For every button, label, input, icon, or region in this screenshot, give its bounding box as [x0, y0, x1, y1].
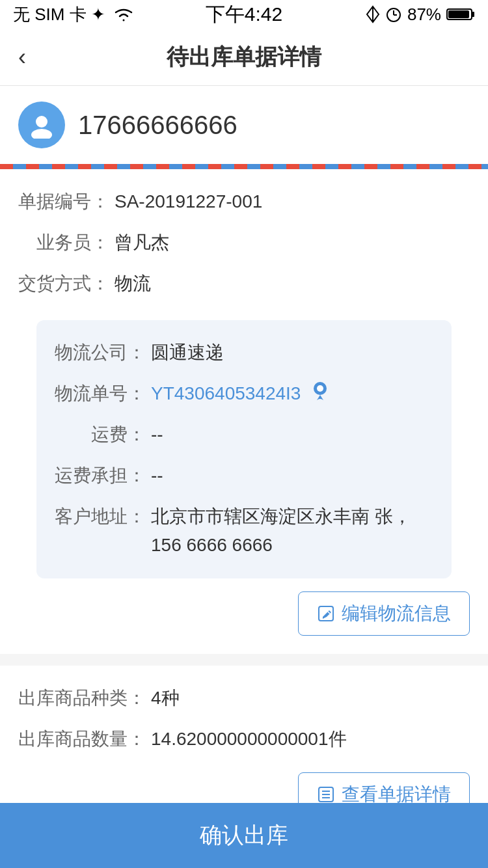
edit-logistics-button[interactable]: 编辑物流信息	[298, 591, 470, 636]
outbound-quantity-value: 14.620000000000001件	[151, 725, 347, 754]
logistics-card-wrapper: 物流公司： 圆通速递 物流单号： YT43064053424I3 运费： -- …	[0, 298, 488, 591]
address-row: 客户地址： 北京市市辖区海淀区永丰南 张，156 6666 6666	[55, 502, 433, 561]
logistics-company-value: 圆通速递	[151, 338, 224, 368]
freight-value: --	[151, 420, 163, 450]
salesperson-value: 曾凡杰	[115, 228, 169, 258]
list-icon	[317, 785, 335, 804]
status-left: 无 SIM 卡 ✦	[13, 3, 135, 26]
salesperson-label: 业务员：	[18, 228, 109, 258]
outbound-info-section: 出库商品种类： 4种 出库商品数量： 14.620000000000001件	[0, 666, 488, 754]
freight-label: 运费：	[55, 420, 146, 450]
svg-rect-5	[472, 12, 474, 17]
freight-bearer-value: --	[151, 461, 163, 491]
delivery-method-row: 交货方式： 物流	[18, 269, 470, 299]
map-pin-icon[interactable]	[308, 379, 332, 403]
status-bar: 无 SIM 卡 ✦ 下午4:42 87%	[0, 0, 488, 29]
confirm-outbound-button[interactable]: 确认出库	[0, 803, 488, 868]
status-right: 87%	[366, 5, 475, 25]
svg-rect-6	[448, 10, 469, 18]
battery-icon	[446, 7, 475, 21]
confirm-outbound-label: 确认出库	[200, 821, 288, 850]
outbound-type-label: 出库商品种类：	[18, 684, 146, 713]
alarm-icon	[385, 5, 402, 23]
dashed-divider	[0, 164, 488, 169]
freight-row: 运费： --	[55, 420, 433, 450]
edit-logistics-section: 编辑物流信息	[0, 591, 488, 654]
logistics-company-label: 物流公司：	[55, 338, 146, 368]
svg-point-8	[31, 129, 52, 139]
outbound-quantity-row: 出库商品数量： 14.620000000000001件	[18, 725, 470, 754]
tracking-number-row: 物流单号： YT43064053424I3	[55, 379, 433, 409]
battery-text: 87%	[407, 5, 441, 25]
delivery-method-value: 物流	[115, 269, 151, 299]
logistics-card: 物流公司： 圆通速递 物流单号： YT43064053424I3 运费： -- …	[36, 320, 452, 578]
delivery-method-label: 交货方式：	[18, 269, 109, 299]
tracking-number-label: 物流单号：	[55, 379, 146, 409]
sim-status: 无 SIM 卡 ✦	[13, 3, 105, 26]
avatar	[18, 102, 65, 148]
svg-point-7	[36, 116, 47, 128]
order-number-row: 单据编号： SA-20191227-001	[18, 187, 470, 217]
order-number-label: 单据编号：	[18, 187, 109, 217]
svg-point-10	[317, 385, 323, 392]
customer-section: 17666666666	[0, 86, 488, 164]
salesperson-row: 业务员： 曾凡杰	[18, 228, 470, 258]
wifi-icon	[112, 6, 135, 23]
page: 无 SIM 卡 ✦ 下午4:42 87%	[0, 0, 488, 868]
customer-phone: 17666666666	[78, 111, 237, 140]
outbound-type-value: 4种	[151, 684, 180, 713]
edit-icon	[317, 604, 335, 623]
order-number-value: SA-20191227-001	[115, 187, 262, 217]
user-icon	[28, 111, 55, 139]
outbound-type-row: 出库商品种类： 4种	[18, 684, 470, 713]
section-divider-1	[0, 654, 488, 666]
basic-info-section: 单据编号： SA-20191227-001 业务员： 曾凡杰 交货方式： 物流	[0, 169, 488, 298]
address-value: 北京市市辖区海淀区永丰南 张，156 6666 6666	[151, 502, 433, 561]
edit-logistics-label: 编辑物流信息	[342, 601, 451, 626]
nav-bar: ‹ 待出库单据详情	[0, 29, 488, 86]
location-indicator-icon	[366, 5, 380, 23]
status-time: 下午4:42	[206, 1, 282, 28]
freight-bearer-label: 运费承担：	[55, 461, 146, 491]
freight-bearer-row: 运费承担： --	[55, 461, 433, 491]
outbound-quantity-label: 出库商品数量：	[18, 725, 146, 754]
address-label: 客户地址：	[55, 502, 146, 532]
page-title: 待出库单据详情	[167, 42, 321, 72]
back-button[interactable]: ‹	[18, 44, 26, 71]
tracking-number-value: YT43064053424I3	[151, 379, 301, 409]
logistics-company-row: 物流公司： 圆通速递	[55, 338, 433, 368]
